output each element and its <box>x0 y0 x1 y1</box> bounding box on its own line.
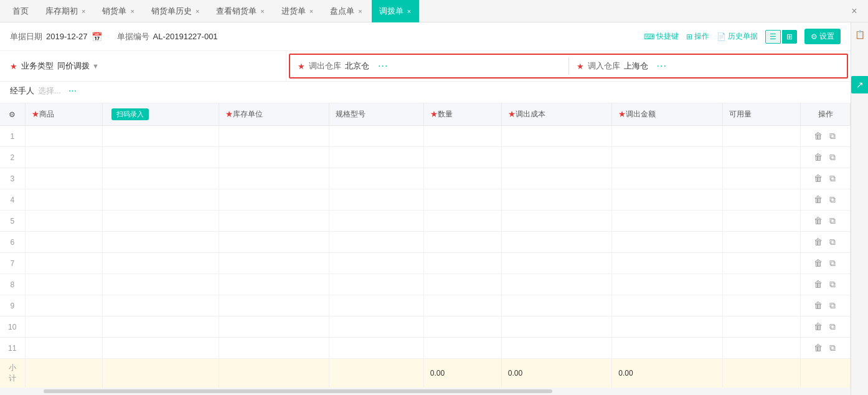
close-sales-order[interactable]: × <box>130 7 134 15</box>
row-cost-9[interactable] <box>501 295 612 316</box>
row-spec-1[interactable] <box>329 126 423 147</box>
row-qty-6[interactable] <box>423 232 501 253</box>
row-amount-3[interactable] <box>612 168 723 189</box>
tab-sales-order[interactable]: 销货单 × <box>95 0 142 22</box>
copy-icon-5[interactable]: ⧉ <box>826 215 839 227</box>
row-qty-8[interactable] <box>423 274 501 295</box>
close-sales-history[interactable]: × <box>196 7 199 15</box>
row-product-2[interactable] <box>25 147 103 168</box>
col-gear[interactable]: ⚙ <box>0 103 25 126</box>
row-qty-1[interactable] <box>423 126 501 147</box>
row-product-4[interactable] <box>25 189 103 211</box>
row-amount-4[interactable] <box>612 189 723 211</box>
close-stocktake[interactable]: × <box>358 7 362 15</box>
row-product-9[interactable] <box>25 295 103 316</box>
copy-icon-10[interactable]: ⧉ <box>826 321 839 333</box>
tab-home[interactable]: 首页 <box>5 0 37 22</box>
row-product-5[interactable] <box>25 211 103 232</box>
delete-icon-5[interactable]: 🗑 <box>812 214 824 227</box>
delete-icon-7[interactable]: 🗑 <box>812 257 824 269</box>
tab-inventory-init[interactable]: 库存期初 × <box>38 0 93 22</box>
row-product-8[interactable] <box>25 274 103 295</box>
copy-icon-1[interactable]: ⧉ <box>826 130 839 143</box>
row-available-6[interactable] <box>722 232 800 253</box>
row-product-3[interactable] <box>25 168 103 189</box>
close-all-button[interactable]: × <box>846 2 863 20</box>
tab-stocktake[interactable]: 盘点单 × <box>323 0 370 22</box>
row-available-11[interactable] <box>722 338 800 359</box>
row-available-8[interactable] <box>722 274 800 295</box>
horizontal-scrollbar[interactable] <box>0 388 851 395</box>
row-qty-5[interactable] <box>423 211 501 232</box>
row-spec-4[interactable] <box>329 189 423 211</box>
copy-icon-11[interactable]: ⧉ <box>826 342 839 355</box>
row-spec-7[interactable] <box>329 253 423 274</box>
row-unit-10[interactable] <box>219 316 329 338</box>
row-available-1[interactable] <box>722 126 800 147</box>
row-amount-9[interactable] <box>612 295 723 316</box>
row-qty-9[interactable] <box>423 295 501 316</box>
row-qty-3[interactable] <box>423 168 501 189</box>
row-available-7[interactable] <box>722 253 800 274</box>
row-qty-2[interactable] <box>423 147 501 168</box>
row-qty-7[interactable] <box>423 253 501 274</box>
row-available-3[interactable] <box>722 168 800 189</box>
row-amount-10[interactable] <box>612 316 723 338</box>
copy-icon-7[interactable]: ⧉ <box>826 257 839 270</box>
row-amount-1[interactable] <box>612 126 723 147</box>
row-qty-4[interactable] <box>423 189 501 211</box>
delete-icon-11[interactable]: 🗑 <box>812 341 824 354</box>
row-product-10[interactable] <box>25 316 103 338</box>
close-transfer[interactable]: × <box>407 7 411 15</box>
row-available-5[interactable] <box>722 211 800 232</box>
delete-icon-2[interactable]: 🗑 <box>812 151 824 163</box>
row-unit-7[interactable] <box>219 253 329 274</box>
row-cost-7[interactable] <box>501 253 612 274</box>
ops-link[interactable]: ⊞ 操作 <box>686 31 709 42</box>
row-cost-6[interactable] <box>501 232 612 253</box>
copy-icon-3[interactable]: ⧉ <box>826 173 839 185</box>
row-qty-10[interactable] <box>423 316 501 338</box>
close-view-sales[interactable]: × <box>260 7 264 15</box>
row-spec-9[interactable] <box>329 295 423 316</box>
row-unit-2[interactable] <box>219 147 329 168</box>
tab-view-sales[interactable]: 查看销货单 × <box>209 0 272 22</box>
row-spec-2[interactable] <box>329 147 423 168</box>
delete-icon-10[interactable]: 🗑 <box>812 320 824 333</box>
row-unit-1[interactable] <box>219 126 329 147</box>
copy-icon-8[interactable]: ⧉ <box>826 278 839 291</box>
settings-button[interactable]: ⚙ 设置 <box>804 29 841 44</box>
tab-transfer[interactable]: 调拨单 × <box>372 0 419 22</box>
delete-icon-9[interactable]: 🗑 <box>812 299 824 312</box>
row-available-10[interactable] <box>722 316 800 338</box>
delete-icon-1[interactable]: 🗑 <box>812 130 824 142</box>
scan-button[interactable]: 扫码录入 <box>111 108 149 120</box>
row-product-7[interactable] <box>25 253 103 274</box>
copy-icon-4[interactable]: ⧉ <box>826 194 839 206</box>
shortcut-link[interactable]: ⌨ 快捷键 <box>644 31 679 42</box>
row-qty-11[interactable] <box>423 338 501 359</box>
row-cost-4[interactable] <box>501 189 612 211</box>
row-spec-10[interactable] <box>329 316 423 338</box>
row-amount-7[interactable] <box>612 253 723 274</box>
row-cost-11[interactable] <box>501 338 612 359</box>
biz-type-select[interactable]: 同价调拨 ▼ <box>57 60 99 72</box>
copy-icon-9[interactable]: ⧉ <box>826 300 839 312</box>
tab-sales-history[interactable]: 销货单历史 × <box>144 0 207 22</box>
handler-input[interactable]: 选择... <box>38 85 61 97</box>
row-available-2[interactable] <box>722 147 800 168</box>
row-amount-8[interactable] <box>612 274 723 295</box>
in-warehouse-more-button[interactable]: ··· <box>657 60 667 72</box>
row-available-4[interactable] <box>722 189 800 211</box>
row-cost-10[interactable] <box>501 316 612 338</box>
row-product-1[interactable] <box>25 126 103 147</box>
copy-icon-6[interactable]: ⧉ <box>826 236 839 249</box>
row-cost-1[interactable] <box>501 126 612 147</box>
row-cost-8[interactable] <box>501 274 612 295</box>
row-unit-8[interactable] <box>219 274 329 295</box>
close-inventory-init[interactable]: × <box>82 7 85 15</box>
row-unit-11[interactable] <box>219 338 329 359</box>
row-amount-2[interactable] <box>612 147 723 168</box>
row-unit-9[interactable] <box>219 295 329 316</box>
row-product-6[interactable] <box>25 232 103 253</box>
